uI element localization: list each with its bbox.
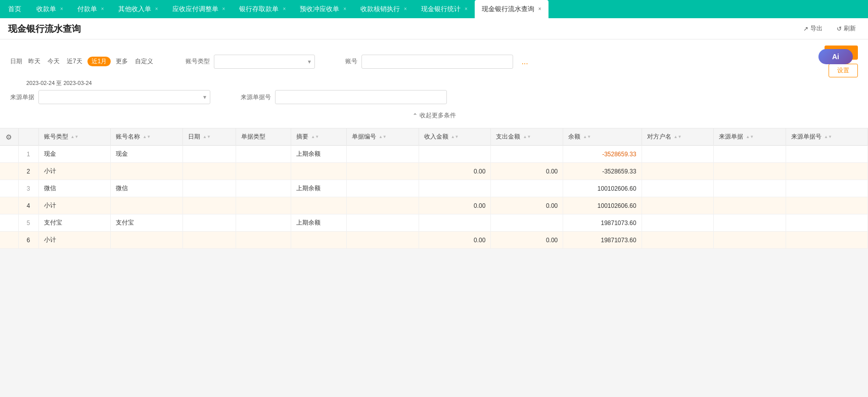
row-date-1 [183,163,236,180]
close-icon-3[interactable]: × [222,0,225,18]
gear-icon[interactable]: ⚙ [6,133,12,141]
close-icon-4[interactable]: × [283,0,286,18]
account-filter-group: 账号 ... [345,55,532,69]
nav-item-4[interactable]: 银行存取款单 × [232,0,293,18]
row-source-doc-3 [714,197,786,214]
close-icon-6[interactable]: × [404,0,407,18]
ai-label: Ai [832,53,839,61]
th-balance[interactable]: 余额 ▲▼ [563,128,642,146]
row-income-0 [419,146,491,163]
row-account-name-2: 微信 [111,180,183,197]
row-num-3: 4 [18,197,38,214]
row-balance-5: 19871073.60 [563,232,642,249]
nav-item-0[interactable]: 收款单 × [29,0,70,18]
refresh-icon: ↺ [837,25,842,32]
close-icon-5[interactable]: × [343,0,346,18]
row-account-name-0: 现金 [111,146,183,163]
row-doc-type-1 [236,163,291,180]
row-account-type-4: 支付宝 [38,214,111,232]
nav-item-7[interactable]: 现金银行统计 × [414,0,475,18]
row-doc-number-4 [346,214,419,232]
sort-icon-source-doc: ▲▼ [746,135,754,139]
row-doc-type-2 [236,180,291,197]
th-summary[interactable]: 摘要 ▲▼ [291,128,347,146]
row-num-0: 1 [18,146,38,163]
date-opt-custom[interactable]: 自定义 [133,57,155,66]
nav-item-3[interactable]: 应收应付调整单 × [165,0,233,18]
date-range-display: 2023-02-24 至 2023-03-24 [26,80,92,86]
th-source-doc[interactable]: 来源单据 ▲▼ [714,128,786,146]
row-doc-type-5 [236,232,291,249]
account-type-select[interactable] [214,55,315,69]
date-opt-7days[interactable]: 近7天 [65,57,84,66]
row-counterpart-1 [642,163,714,180]
refresh-button[interactable]: ↺ 刷新 [833,22,860,35]
export-icon: ↗ [803,25,808,32]
sort-icon-account-name: ▲▼ [143,135,151,139]
th-source-doc-num[interactable]: 来源单据号 ▲▼ [786,128,868,146]
nav-item-5[interactable]: 预收冲应收单 × [293,0,353,18]
source-doc-num-input[interactable] [275,90,447,104]
row-date-4 [183,214,236,232]
row-income-2 [419,180,491,197]
date-opt-1month[interactable]: 近1月 [87,57,111,66]
account-input[interactable] [361,55,513,69]
source-doc-filter-group: 来源单据 ▾ [10,90,210,104]
th-account-name[interactable]: 账号名称 ▲▼ [111,128,183,146]
table-row: 5 支付宝 支付宝 上期余额 19871073.60 [0,214,868,232]
source-doc-select[interactable] [38,90,210,104]
date-filter-group: 日期 昨天 今天 近7天 近1月 更多 自定义 [10,57,155,66]
nav-home[interactable]: 首页 [0,0,29,18]
row-expense-2 [491,180,563,197]
sort-icon-counterpart: ▲▼ [674,135,682,139]
page-header: 现金银行流水查询 ↗ 导出 ↺ 刷新 [0,18,868,39]
th-gear[interactable]: ⚙ [0,128,18,146]
row-gear-2 [0,180,18,197]
close-icon-2[interactable]: × [155,0,158,18]
row-source-doc-num-1 [786,163,868,180]
row-account-type-1: 小计 [38,163,111,180]
close-icon-7[interactable]: × [465,0,468,18]
th-doc-number[interactable]: 单据编号 ▲▼ [346,128,419,146]
row-source-doc-num-0 [786,146,868,163]
row-income-4 [419,214,491,232]
row-balance-2: 100102606.60 [563,180,642,197]
collapse-bar[interactable]: ⌃ 收起更多条件 [10,109,858,122]
ai-badge[interactable]: Ai [818,49,853,64]
row-gear-1 [0,163,18,180]
table-row: 4 小计 0.00 0.00 100102606.60 [0,197,868,214]
nav-item-8[interactable]: 现金银行流水查询 × [475,0,549,18]
account-more-button[interactable]: ... [517,56,532,67]
row-balance-1: -3528659.33 [563,163,642,180]
row-num-4: 5 [18,214,38,232]
close-icon-1[interactable]: × [101,0,104,18]
nav-item-6[interactable]: 收款核销执行 × [353,0,414,18]
row-balance-0: -3528659.33 [563,146,642,163]
row-source-doc-2 [714,180,786,197]
table-row: 2 小计 0.00 0.00 -3528659.33 [0,163,868,180]
filter-row-2: 来源单据 ▾ 来源单据号 [10,90,858,104]
th-date[interactable]: 日期 ▲▼ [183,128,236,146]
settings-button[interactable]: 设置 [829,64,858,77]
th-expense[interactable]: 支出金额 ▲▼ [491,128,563,146]
row-doc-type-4 [236,214,291,232]
date-opt-yesterday[interactable]: 昨天 [26,57,42,66]
header-actions: ↗ 导出 ↺ 刷新 [799,22,860,35]
sort-icon-expense: ▲▼ [523,135,531,139]
table-header-row: ⚙ 账号类型 ▲▼ 账号名称 ▲▼ 日期 [0,128,868,146]
nav-item-1[interactable]: 付款单 × [70,0,111,18]
row-account-type-2: 微信 [38,180,111,197]
table-container: ⚙ 账号类型 ▲▼ 账号名称 ▲▼ 日期 [0,128,868,249]
data-table: ⚙ 账号类型 ▲▼ 账号名称 ▲▼ 日期 [0,128,868,249]
close-icon-8[interactable]: × [538,0,541,18]
export-button[interactable]: ↗ 导出 [799,22,827,35]
date-label: 日期 [10,57,22,66]
th-income[interactable]: 收入金额 ▲▼ [419,128,491,146]
th-counterpart[interactable]: 对方户名 ▲▼ [642,128,714,146]
date-opt-today[interactable]: 今天 [45,57,62,66]
nav-item-2[interactable]: 其他收入单 × [111,0,165,18]
th-account-type[interactable]: 账号类型 ▲▼ [38,128,111,146]
row-source-doc-num-3 [786,197,868,214]
close-icon-0[interactable]: × [60,0,63,18]
date-opt-more[interactable]: 更多 [114,57,130,66]
